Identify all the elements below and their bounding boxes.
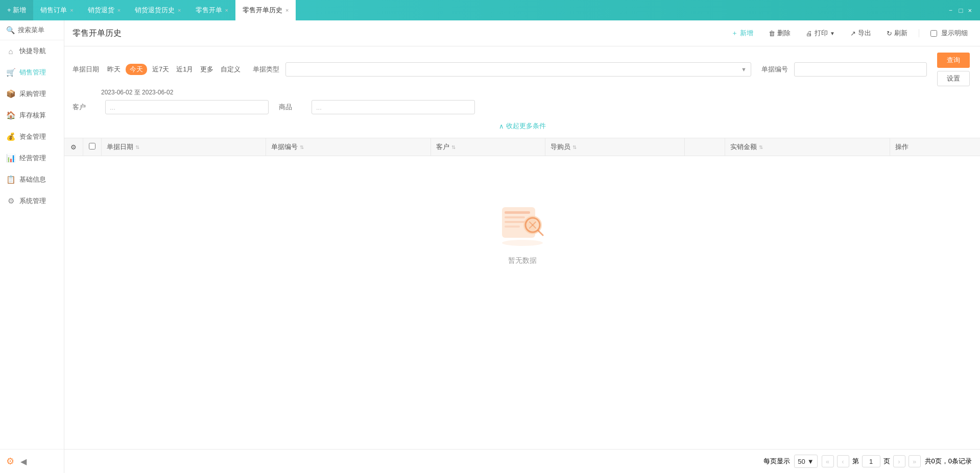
filter-date-item: 单据日期 昨天 今天 近7天 近1月 更多 自定义	[73, 64, 243, 75]
select-all-checkbox[interactable]	[89, 143, 95, 150]
svg-line-8	[538, 231, 543, 235]
doctype-select[interactable]: ▼	[285, 62, 751, 77]
tab-retail-history-close[interactable]: ×	[285, 7, 289, 13]
page-label-after: 页	[883, 457, 890, 466]
search-icon: 🔍	[6, 26, 15, 34]
window-close-btn[interactable]: ×	[968, 7, 972, 14]
delete-button[interactable]: 🗑 删除	[764, 27, 795, 40]
action-buttons: 查询 设置	[937, 53, 972, 86]
tab-return-history[interactable]: 销货退货历史 ×	[128, 0, 188, 20]
docno-input[interactable]	[794, 62, 927, 77]
sidebar-item-basicinfo-label: 基础信息	[19, 175, 46, 184]
sidebar-item-quicknav[interactable]: ⌂ 快捷导航	[0, 40, 64, 62]
th-customer-sort[interactable]: 客户 ⇅	[436, 142, 540, 152]
th-no-sort[interactable]: 单据编号 ⇅	[271, 142, 425, 152]
window-min-btn[interactable]: －	[947, 6, 954, 15]
refresh-icon: ↻	[887, 30, 892, 37]
sidebar-gear-icon[interactable]: ⚙	[6, 456, 14, 467]
print-icon: 🖨	[806, 30, 812, 37]
query-button[interactable]: 查询	[937, 53, 970, 68]
empty-cell: 暂无数据	[64, 156, 980, 307]
refresh-button[interactable]: ↻ 刷新	[882, 27, 912, 40]
collapse-up-icon: ∧	[499, 122, 504, 130]
tab-sales-order-close[interactable]: ×	[70, 7, 73, 13]
th-amount-sort[interactable]: 实销金额 ⇅	[730, 142, 885, 152]
th-amount-label: 实销金额	[730, 142, 757, 152]
th-checkbox[interactable]	[83, 138, 101, 156]
tab-sales-order[interactable]: 销售订单 ×	[33, 0, 80, 20]
date-opt-1month[interactable]: 近1月	[174, 64, 195, 75]
setting-button[interactable]: 设置	[937, 71, 970, 86]
sidebar-search[interactable]: 🔍 搜索菜单	[0, 20, 64, 40]
customer-input[interactable]: ...	[105, 100, 269, 114]
th-action: 操作	[890, 138, 981, 156]
svg-point-0	[502, 240, 543, 246]
toolbar: ＋ 新增 🗑 删除 🖨 打印 ▼ ↗ 导出 ↻ 刷新	[727, 27, 972, 40]
sidebar-item-system-label: 系统管理	[19, 196, 46, 206]
sidebar-item-inventory[interactable]: 🏠 库存核算	[0, 105, 64, 126]
th-date: 单据日期 ⇅	[101, 138, 266, 156]
th-gear[interactable]: ⚙	[64, 138, 83, 156]
sidebar-item-purchase-label: 采购管理	[19, 89, 46, 98]
last-page-btn[interactable]: »	[909, 455, 921, 467]
th-no: 单据编号 ⇅	[266, 138, 431, 156]
window-max-btn[interactable]: □	[959, 7, 963, 14]
sidebar-item-basicinfo[interactable]: 📋 基础信息	[0, 169, 64, 190]
next-page-btn[interactable]: ›	[893, 455, 905, 467]
customer-filter-label: 客户	[73, 103, 101, 112]
tab-home[interactable]: + 新增	[0, 0, 33, 20]
tab-return-label: 销货退货	[88, 6, 114, 15]
sidebar-item-system[interactable]: ⚙ 系统管理	[0, 190, 64, 212]
sidebar-item-operations[interactable]: 📊 经营管理	[0, 147, 64, 169]
svg-rect-3	[505, 216, 525, 218]
content-area: 零售开单历史 ＋ 新增 🗑 删除 🖨 打印 ▼ ↗ 导出	[64, 20, 980, 473]
date-opt-more[interactable]: 更多	[198, 64, 216, 75]
print-button[interactable]: 🖨 打印 ▼	[802, 27, 839, 40]
page-label-before: 第	[852, 457, 859, 466]
sidebar-item-sales[interactable]: 🛒 销售管理	[0, 62, 64, 83]
tab-retail-order[interactable]: 零售开单 ×	[188, 0, 235, 20]
th-spacer	[684, 138, 725, 156]
add-button[interactable]: ＋ 新增	[727, 27, 757, 40]
date-opt-custom[interactable]: 自定义	[219, 64, 243, 75]
export-button[interactable]: ↗ 导出	[846, 27, 875, 40]
display-detail-button[interactable]: 显示明细	[926, 27, 972, 40]
empty-text: 暂无数据	[508, 256, 537, 265]
tab-retail-history[interactable]: 零售开单历史 ×	[235, 0, 296, 20]
tab-return-history-close[interactable]: ×	[178, 7, 181, 13]
sidebar-item-purchase[interactable]: 📦 采购管理	[0, 83, 64, 105]
filter-docno-item: 单据编号	[761, 62, 927, 77]
salesperson-sort-icon: ⇅	[572, 144, 577, 150]
purchase-icon: 📦	[6, 89, 15, 98]
window-controls: － □ ×	[939, 6, 980, 15]
sidebar-item-sales-label: 销售管理	[19, 68, 46, 77]
first-page-btn[interactable]: «	[822, 455, 834, 467]
goods-input[interactable]: ...	[312, 100, 475, 114]
th-customer-label: 客户	[436, 142, 449, 152]
date-opt-yesterday[interactable]: 昨天	[105, 64, 123, 75]
collapse-bar[interactable]: ∧ 收起更多条件	[73, 119, 972, 135]
sidebar-item-finance-label: 资金管理	[19, 132, 46, 141]
date-opt-7days[interactable]: 近7天	[150, 64, 171, 75]
tab-retail-order-close[interactable]: ×	[225, 7, 228, 13]
system-icon: ⚙	[6, 196, 15, 206]
sidebar-collapse-icon[interactable]: ◀	[20, 457, 27, 466]
top-bar: + 新增 销售订单 × 销货退货 × 销货退货历史 × 零售开单 × 零售开单历…	[0, 0, 980, 20]
gear-icon[interactable]: ⚙	[70, 143, 77, 151]
display-detail-checkbox[interactable]	[930, 30, 937, 37]
tab-home-label: + 新增	[7, 6, 26, 15]
prev-page-btn[interactable]: ‹	[837, 455, 849, 467]
tab-return[interactable]: 销货退货 ×	[81, 0, 128, 20]
th-salesperson-sort[interactable]: 导购员 ⇅	[551, 142, 679, 152]
date-opt-today[interactable]: 今天	[126, 64, 147, 75]
delete-icon: 🗑	[769, 30, 775, 37]
th-salesperson-label: 导购员	[551, 142, 570, 152]
customer-input-placeholder: ...	[110, 104, 115, 111]
sidebar-search-label: 搜索菜单	[18, 26, 44, 35]
tab-return-close[interactable]: ×	[117, 7, 121, 13]
th-date-label: 单据日期	[107, 142, 133, 152]
th-date-sort[interactable]: 单据日期 ⇅	[107, 142, 261, 152]
sidebar-item-finance[interactable]: 💰 资金管理	[0, 126, 64, 147]
page-size-select[interactable]: 50 ▼	[794, 455, 817, 468]
page-number-input[interactable]	[862, 455, 880, 467]
